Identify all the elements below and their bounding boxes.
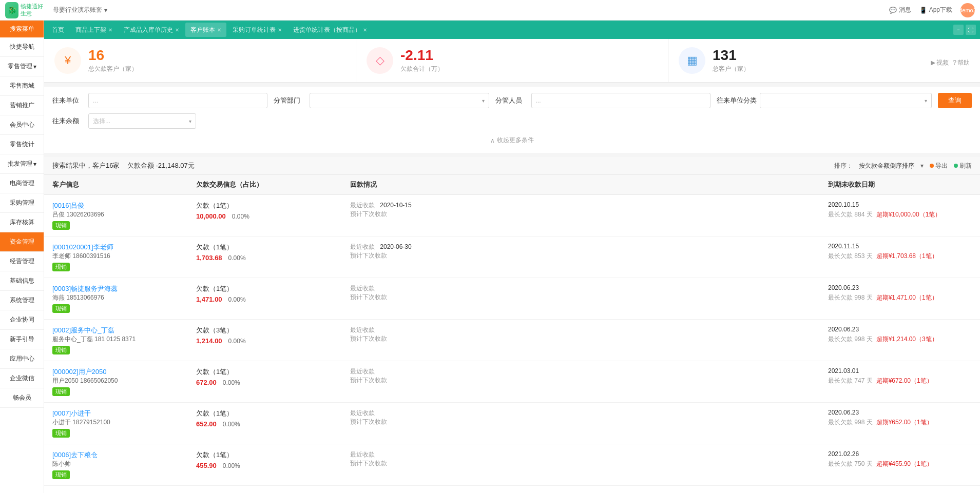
video-help-button[interactable]: ▶ 视频	[931, 58, 949, 67]
help-button[interactable]: ? 帮助	[953, 58, 970, 67]
sidebar-item-wholesale-mgmt[interactable]: 批发管理 ▾	[0, 154, 44, 174]
dept-chevron-icon: ▾	[482, 98, 485, 104]
table-row: [0006]去下粮仓 陈小帅 现销 欠款（1笔） 455.90 0.00% 最近…	[44, 444, 980, 486]
company-selector[interactable]: 母婴行业演示账套 ▾	[49, 6, 111, 14]
filter-label-4: 往来单位分类	[717, 96, 757, 105]
overdue-amount-link[interactable]: 超期¥1,703.68（1笔）	[876, 252, 938, 260]
app-download-button[interactable]: 📱 App下载	[919, 6, 952, 14]
query-button[interactable]: 查询	[938, 93, 972, 108]
customer-name-link[interactable]: [0003]畅捷服务尹海蕊	[52, 285, 118, 292]
debt-amount: 672.00	[196, 379, 217, 386]
tab-home[interactable]: 首页	[47, 23, 69, 37]
sidebar-item-enterprise-wechat[interactable]: 企业微信	[0, 369, 44, 388]
sidebar-item-guide[interactable]: 新手引导	[0, 330, 44, 349]
stat-debt-customers: ¥ 16 总欠款客户（家）	[44, 39, 356, 82]
sidebar-item-member-center[interactable]: 会员中心	[0, 115, 44, 135]
customer-name-link[interactable]: [0016]吕俊	[52, 202, 84, 209]
overdue-info: 最长欠款 998 天 超期¥1,214.00（3笔）	[828, 335, 972, 344]
customer-info-cell: [0016]吕俊 吕俊 13026203696 现销	[52, 201, 196, 230]
sidebar-item-operations[interactable]: 经营管理	[0, 252, 44, 271]
sort-label: 排序：	[834, 162, 853, 170]
sidebar-item-quick-nav[interactable]: 快捷导航	[0, 37, 44, 57]
filter-select-balance[interactable]: 选择... ▾	[88, 113, 196, 129]
overdue-amount-link[interactable]: 超期¥1,214.00（3笔）	[876, 336, 938, 343]
table-body: [0016]吕俊 吕俊 13026203696 现销 欠款（1笔） 10,000…	[44, 195, 980, 493]
tab-close-icon-3[interactable]: ✕	[217, 27, 221, 33]
stat-value-2: -2.11	[400, 48, 444, 63]
sidebar-item-system[interactable]: 系统管理	[0, 291, 44, 310]
overdue-amount-link[interactable]: 超期¥10,000.00（1笔）	[876, 211, 941, 218]
tab-customer-ledger[interactable]: 客户账本 ✕	[185, 23, 226, 37]
tab-close-icon-4[interactable]: ✕	[278, 27, 282, 33]
refresh-button[interactable]: 刷新	[954, 162, 972, 170]
tab-maximize-button[interactable]: ⛶	[966, 25, 976, 35]
filter-select-category[interactable]: ▾	[760, 93, 932, 108]
tab-purchase-stats[interactable]: 采购订单统计表 ✕	[227, 23, 287, 37]
stat-label-3: 总客户（家）	[713, 65, 750, 73]
top-header: 🐉 畅捷通好生意 母婴行业演示账套 ▾ 💬 消息 📱 App下载 demo2	[0, 0, 980, 21]
sidebar-item-retail-mall[interactable]: 零售商城	[0, 76, 44, 96]
right-panel: 首页 商品上下架 ✕ 产成品入库单历史 ✕ 客户账本 ✕ 采购订单统计表 ✕ 进…	[44, 21, 980, 493]
due-date: 2020.06.23	[828, 284, 972, 291]
sidebar-item-ecommerce[interactable]: 电商管理	[0, 174, 44, 193]
stat-debt-total: ◇ -2.11 欠款合计（万）	[356, 39, 668, 82]
due-date-cell: 2020.11.15 最长欠款 853 天 超期¥1,703.68（1笔）	[828, 243, 972, 271]
overdue-info: 最长欠款 998 天 超期¥1,471.00（1笔）	[828, 293, 972, 302]
message-button[interactable]: 💬 消息	[889, 6, 911, 14]
sidebar-item-marketing[interactable]: 营销推广	[0, 96, 44, 115]
debt-info-cell: 欠款（1笔） 10,000.00 0.00%	[196, 201, 350, 230]
sidebar-item-purchase[interactable]: 采购管理	[0, 193, 44, 213]
stat-label-1: 总欠款客户（家）	[88, 65, 138, 73]
customer-name-link[interactable]: [000002]用户2050	[52, 368, 107, 376]
sidebar-item-finance[interactable]: 资金管理	[0, 232, 44, 252]
customer-name-link[interactable]: [0002]服务中心_丁磊	[52, 326, 114, 334]
stat-icon-money: ¥	[54, 47, 81, 74]
due-date: 2020.11.15	[828, 243, 972, 250]
chevron-down-icon: ▾	[33, 63, 36, 70]
export-button[interactable]: 导出	[930, 162, 948, 170]
sidebar-item-retail-stats[interactable]: 零售统计	[0, 135, 44, 154]
latest-repay: 最近收款 2020-10-15	[350, 201, 828, 210]
user-avatar[interactable]: demo2	[960, 3, 975, 17]
customer-name-link[interactable]: [0001020001]李老师	[52, 243, 113, 251]
debt-amount: 1,471.00	[196, 295, 222, 303]
next-repay: 预计下次收款	[350, 334, 828, 343]
tab-purchase-by-product[interactable]: 进货单统计表（按商品） ✕	[288, 23, 372, 37]
sidebar-item-chang-member[interactable]: 畅会员	[0, 388, 44, 408]
debt-count: 欠款（1笔）	[196, 243, 350, 252]
latest-repay: 最近收款	[350, 450, 828, 459]
debt-row: 652.00 0.00%	[196, 420, 350, 428]
sidebar-item-retail-mgmt[interactable]: 零售管理 ▾	[0, 57, 44, 76]
filter-input-customer[interactable]: ...	[88, 93, 267, 108]
customer-phone: 吕俊 13026203696	[52, 210, 196, 219]
tab-close-icon-2[interactable]: ✕	[175, 27, 179, 33]
overdue-amount-link[interactable]: 超期¥455.90（1笔）	[876, 460, 933, 467]
tab-close-icon[interactable]: ✕	[108, 27, 112, 33]
overdue-amount-link[interactable]: 超期¥1,471.00（1笔）	[876, 294, 938, 301]
stat-value-3: 131	[713, 48, 750, 63]
sort-value: 按欠款金额倒序排序	[859, 162, 914, 170]
tab-production-history[interactable]: 产成品入库单历史 ✕	[119, 23, 184, 37]
sidebar-item-basic-info[interactable]: 基础信息	[0, 271, 44, 291]
search-menu-button[interactable]: 搜索菜单	[0, 21, 44, 37]
table-row: [000002]用户2050 用户2050 18665062050 现销 欠款（…	[44, 361, 980, 403]
stat-help-buttons: ▶ 视频 ? 帮助	[931, 54, 970, 67]
due-date-cell: 2020.06.23 最长欠款 998 天 超期¥1,214.00（3笔）	[828, 326, 972, 354]
sidebar-item-app-center[interactable]: 应用中心	[0, 349, 44, 369]
customer-name-link[interactable]: [0007]小进干	[52, 409, 91, 417]
latest-repay: 最近收款	[350, 409, 828, 418]
debt-count: 欠款（1笔）	[196, 201, 350, 210]
customer-name-link[interactable]: [0006]去下粮仓	[52, 451, 98, 459]
tab-minimize-button[interactable]: －	[953, 25, 964, 35]
due-date: 2020.06.23	[828, 409, 972, 416]
filter-input-person[interactable]: ...	[531, 93, 710, 108]
tab-product-listing[interactable]: 商品上下架 ✕	[70, 23, 118, 37]
overdue-amount-link[interactable]: 超期¥652.00（1笔）	[876, 419, 933, 426]
table-row: [0007]小进干 小进干 18279152100 现销 欠款（1笔） 652.…	[44, 403, 980, 444]
tab-close-icon-5[interactable]: ✕	[363, 27, 367, 33]
sidebar-item-inventory[interactable]: 库存核算	[0, 213, 44, 232]
sidebar-item-enterprise-collab[interactable]: 企业协同	[0, 310, 44, 330]
overdue-amount-link[interactable]: 超期¥672.00（1笔）	[876, 377, 933, 384]
collapse-filter-button[interactable]: ∧ 收起更多条件	[52, 134, 972, 147]
filter-select-dept[interactable]: ▾	[310, 93, 489, 108]
